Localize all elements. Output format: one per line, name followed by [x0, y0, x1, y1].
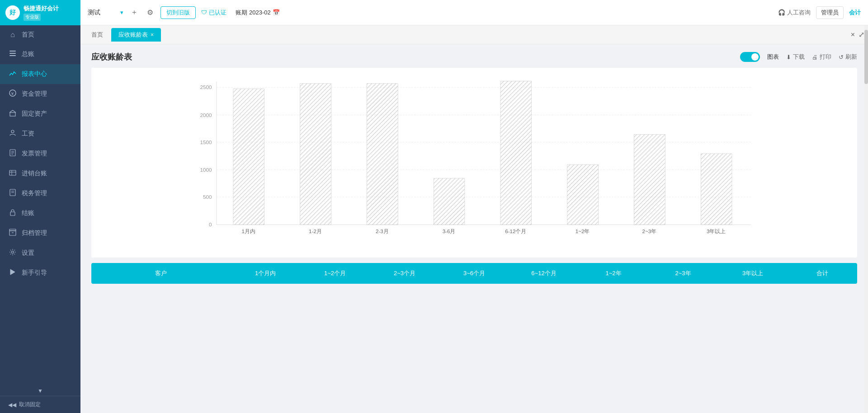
- bar-2-3年: [634, 135, 665, 225]
- sidebar-item-archive[interactable]: 归档管理: [0, 223, 80, 243]
- project-name: 测试: [88, 9, 115, 17]
- sidebar-item-payroll[interactable]: 工资: [0, 124, 80, 144]
- svg-text:1月内: 1月内: [241, 228, 255, 234]
- project-dropdown[interactable]: ▾: [120, 9, 123, 16]
- sidebar-item-tax[interactable]: 税务管理: [0, 183, 80, 203]
- switch-version-button[interactable]: 切到旧版: [160, 6, 196, 19]
- scrollbar-thumb: [864, 30, 868, 84]
- svg-point-21: [12, 251, 14, 253]
- svg-text:¥: ¥: [11, 91, 14, 96]
- refresh-icon: ↺: [839, 54, 844, 61]
- svg-rect-2: [9, 55, 16, 56]
- closing-icon: [8, 209, 17, 218]
- svg-rect-5: [10, 113, 15, 116]
- reports-icon: [8, 70, 17, 79]
- svg-text:1500: 1500: [200, 139, 212, 145]
- help-button[interactable]: 🎧 人工咨询: [778, 9, 811, 17]
- bar-1-2月: [300, 84, 331, 225]
- sidebar-item-ledger[interactable]: 总账: [0, 44, 80, 64]
- tab-home[interactable]: 首页: [84, 28, 110, 42]
- print-button[interactable]: 🖨 打印: [812, 53, 831, 61]
- sidebar-item-funds[interactable]: ¥ 资金管理: [0, 84, 80, 104]
- svg-text:2500: 2500: [200, 84, 212, 90]
- table-header: 客户 1个月内 1~2个月 2~3个月 3~6个月 6~12个月 1~2年 2~…: [91, 263, 857, 284]
- col-total: 合计: [788, 263, 857, 284]
- bar-2-3月: [367, 84, 398, 225]
- cert-icon: 🛡: [201, 9, 207, 16]
- col-1-2month: 1~2个月: [300, 263, 370, 284]
- guide-icon: [8, 268, 17, 277]
- bar-3年以上: [701, 154, 732, 225]
- svg-text:2~3年: 2~3年: [642, 228, 657, 234]
- sidebar-item-settings[interactable]: 设置: [0, 243, 80, 263]
- svg-text:3年以上: 3年以上: [707, 228, 726, 234]
- refresh-button[interactable]: ↺ 刷新: [839, 53, 857, 61]
- print-icon: 🖨: [812, 54, 818, 61]
- svg-text:2000: 2000: [200, 112, 212, 118]
- purchase-icon: [8, 169, 17, 178]
- download-button[interactable]: ⬇ 下载: [786, 53, 805, 61]
- report-header: 应收账龄表 图表 ⬇ 下载 🖨 打印 ↺ 刷新: [80, 44, 868, 68]
- download-icon: ⬇: [786, 54, 791, 61]
- chart-toggle-label: 图表: [767, 53, 779, 61]
- invoices-icon: [8, 149, 17, 158]
- topbar: 测试 ▾ ＋ ⚙ 切到旧版 🛡 已认证 账期 2023-02 📅 🎧 人工咨询 …: [80, 0, 868, 25]
- svg-point-6: [11, 130, 14, 133]
- settings-button[interactable]: ⚙: [145, 6, 155, 19]
- payroll-icon: [8, 129, 17, 138]
- tax-icon: [8, 189, 17, 198]
- svg-text:1-2月: 1-2月: [309, 228, 322, 234]
- sidebar-item-reports[interactable]: 报表中心: [0, 64, 80, 84]
- svg-text:6-12个月: 6-12个月: [505, 228, 526, 234]
- sidebar-fix-button[interactable]: ◀◀ 取消固定: [0, 396, 80, 413]
- settings-icon: [8, 249, 17, 258]
- right-scrollbar[interactable]: [864, 25, 868, 413]
- col-1-2year: 1~2年: [579, 263, 648, 284]
- tabbar-actions: × ⤢: [851, 30, 864, 39]
- add-button[interactable]: ＋: [129, 6, 140, 19]
- chart-toggle[interactable]: [740, 52, 760, 62]
- period-info: 账期 2023-02 📅: [236, 9, 280, 17]
- tab-close-window-button[interactable]: ×: [851, 30, 855, 39]
- user-button[interactable]: 管理员: [816, 6, 844, 19]
- cert-status: 🛡 已认证: [201, 9, 226, 17]
- logo-icon: 好: [5, 5, 20, 20]
- home-icon: ⌂: [8, 31, 17, 39]
- svg-text:3-6月: 3-6月: [443, 228, 456, 234]
- bar-chart: 0 500 1000 1500 2000 2500 1月内 1-2月: [100, 77, 848, 249]
- chart-area: 0 500 1000 1500 2000 2500 1月内 1-2月: [91, 68, 857, 258]
- sidebar-item-assets[interactable]: 固定资产: [0, 104, 80, 124]
- col-6-12month: 6~12个月: [509, 263, 579, 284]
- sidebar-item-closing[interactable]: 结账: [0, 203, 80, 223]
- tabbar: 首页 应收账龄表 × × ⤢: [80, 25, 868, 44]
- table-area: 客户 1个月内 1~2个月 2~3个月 3~6个月 6~12个月 1~2年 2~…: [91, 263, 857, 284]
- svg-rect-17: [10, 212, 15, 216]
- sidebar-item-purchase[interactable]: 进销台账: [0, 164, 80, 183]
- col-customer: 客户: [91, 263, 231, 284]
- tab-expand-button[interactable]: ⤢: [859, 30, 864, 39]
- tab-receivable[interactable]: 应收账龄表 ×: [111, 28, 161, 42]
- col-3-6month: 3~6个月: [439, 263, 509, 284]
- svg-marker-22: [10, 269, 15, 275]
- tab-close-icon[interactable]: ×: [151, 32, 154, 38]
- sidebar-nav: ⌂ 首页 总账 报表中心 ¥ 资金管理 固定资产: [0, 25, 80, 385]
- sidebar: 好 畅捷通好会计 专业版 ⌂ 首页 总账 报表中心 ¥ 资金管理: [0, 0, 80, 413]
- col-3year-plus: 3年以上: [718, 263, 788, 284]
- calendar-icon[interactable]: 📅: [273, 9, 280, 16]
- sidebar-item-invoices[interactable]: 发票管理: [0, 144, 80, 164]
- sidebar-item-home[interactable]: ⌂ 首页: [0, 25, 80, 44]
- svg-text:2-3月: 2-3月: [376, 228, 389, 234]
- sidebar-scroll-down[interactable]: ▼: [0, 385, 80, 396]
- assets-icon: [8, 109, 17, 118]
- pin-icon: ◀◀: [8, 402, 16, 408]
- bar-3-6月: [434, 178, 465, 225]
- role-button[interactable]: 会计: [849, 9, 861, 17]
- headphone-icon: 🎧: [778, 9, 785, 16]
- report-actions: 图表 ⬇ 下载 🖨 打印 ↺ 刷新: [740, 52, 857, 62]
- col-2-3year: 2~3年: [648, 263, 718, 284]
- bar-1月内: [233, 89, 264, 225]
- bar-1-2年: [567, 164, 599, 225]
- sidebar-item-guide[interactable]: 新手引导: [0, 263, 80, 283]
- main-content: 测试 ▾ ＋ ⚙ 切到旧版 🛡 已认证 账期 2023-02 📅 🎧 人工咨询 …: [80, 0, 868, 413]
- sidebar-logo: 好 畅捷通好会计 专业版: [0, 0, 80, 25]
